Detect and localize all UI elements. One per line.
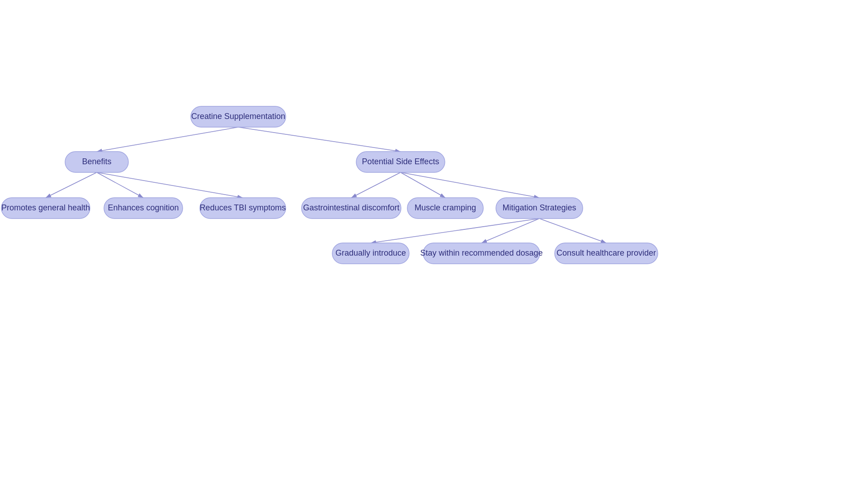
node-side-effects: Potential Side Effects xyxy=(356,152,445,172)
edge-mitigation-gradually xyxy=(371,219,539,243)
node-general-health: Promotes general health xyxy=(1,198,90,219)
mind-map-diagram: Creatine Supplementation Benefits Potent… xyxy=(0,0,868,490)
node-gi-discomfort-label: Gastrointestinal discomfort xyxy=(303,203,399,212)
node-muscle-cramping-label: Muscle cramping xyxy=(415,203,476,212)
node-consult-label: Consult healthcare provider xyxy=(557,248,656,257)
node-dosage: Stay within recommended dosage xyxy=(420,243,542,264)
node-side-effects-label: Potential Side Effects xyxy=(362,157,439,166)
edge-benefits-tbi xyxy=(97,172,243,198)
edge-mitigation-dosage xyxy=(481,219,539,243)
node-mitigation: Mitigation Strategies xyxy=(496,198,583,219)
node-cognition: Enhances cognition xyxy=(104,198,183,219)
node-gradually-label: Gradually introduce xyxy=(335,248,406,257)
node-root-label: Creatine Supplementation xyxy=(191,112,285,121)
edge-root-benefits xyxy=(97,127,238,152)
node-dosage-label: Stay within recommended dosage xyxy=(420,248,542,257)
node-muscle-cramping: Muscle cramping xyxy=(407,198,483,219)
edge-side-effects-gi xyxy=(351,172,401,198)
node-gi-discomfort: Gastrointestinal discomfort xyxy=(302,198,401,219)
node-general-health-label: Promotes general health xyxy=(1,203,90,212)
node-benefits-label: Benefits xyxy=(82,157,111,166)
node-gradually: Gradually introduce xyxy=(332,243,409,264)
edge-root-side-effects xyxy=(238,127,401,152)
edge-side-effects-mitigation xyxy=(401,172,539,198)
node-consult: Consult healthcare provider xyxy=(555,243,658,264)
node-cognition-label: Enhances cognition xyxy=(108,203,179,212)
edge-mitigation-consult xyxy=(539,219,606,243)
node-root: Creatine Supplementation xyxy=(191,106,286,127)
node-tbi: Reduces TBI symptoms xyxy=(200,198,286,219)
node-mitigation-label: Mitigation Strategies xyxy=(502,203,576,212)
node-benefits: Benefits xyxy=(65,152,128,172)
edge-benefits-general-health xyxy=(46,172,97,198)
node-tbi-label: Reduces TBI symptoms xyxy=(200,203,286,212)
